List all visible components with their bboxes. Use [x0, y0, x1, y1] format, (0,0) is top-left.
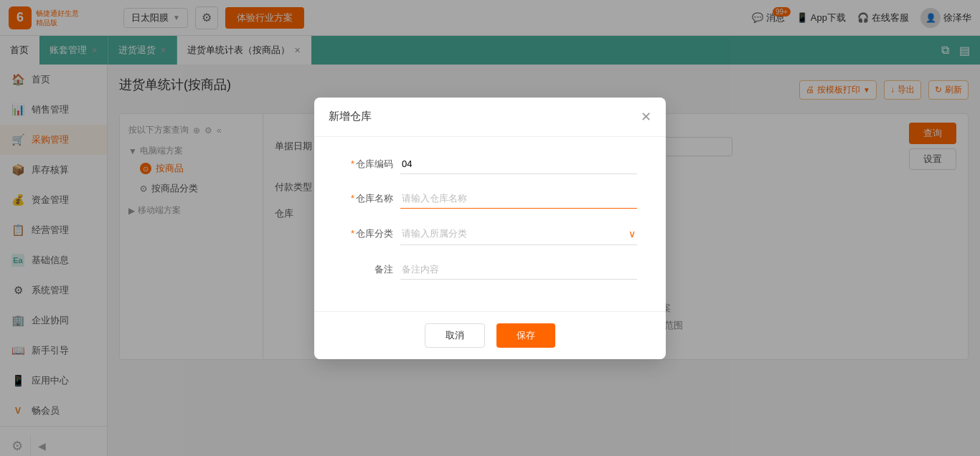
modal-body: 仓库编码 仓库名称 仓库分类 请输入所属分类 ∨ 备注: [314, 137, 666, 311]
form-row-name: 仓库名称: [343, 189, 637, 209]
modal-overlay: 新增仓库 ✕ 仓库编码 仓库名称 仓库分类 请输入所属分类 ∨ 备注: [0, 0, 980, 456]
modal-title: 新增仓库: [329, 110, 372, 123]
form-row-code: 仓库编码: [343, 154, 637, 174]
modal-header: 新增仓库 ✕: [314, 98, 666, 137]
modal-footer: 取消 保存: [314, 311, 666, 359]
category-select[interactable]: 请输入所属分类 ∨: [400, 223, 637, 245]
category-placeholder: 请输入所属分类: [402, 227, 467, 240]
code-input[interactable]: [400, 154, 637, 174]
category-arrow: ∨: [628, 228, 636, 239]
name-label: 仓库名称: [343, 192, 400, 205]
save-button[interactable]: 保存: [496, 323, 555, 348]
note-label: 备注: [343, 263, 400, 276]
cancel-button[interactable]: 取消: [425, 323, 485, 348]
form-row-category: 仓库分类 请输入所属分类 ∨: [343, 223, 637, 245]
name-input[interactable]: [400, 189, 637, 209]
form-row-note: 备注: [343, 260, 637, 280]
modal-new-warehouse: 新增仓库 ✕ 仓库编码 仓库名称 仓库分类 请输入所属分类 ∨ 备注: [314, 98, 666, 359]
modal-close-btn[interactable]: ✕: [641, 109, 651, 125]
code-label: 仓库编码: [343, 158, 400, 171]
category-label: 仓库分类: [343, 227, 400, 240]
note-input[interactable]: [400, 260, 637, 280]
